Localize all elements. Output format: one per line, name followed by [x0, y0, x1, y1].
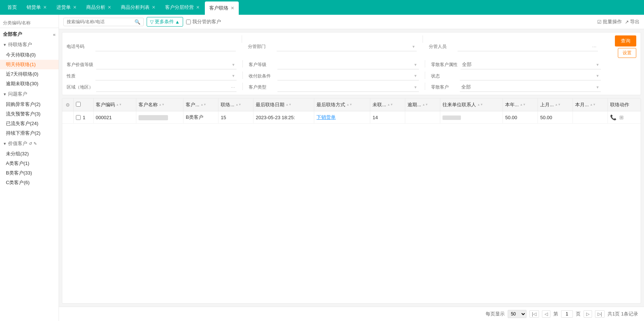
col-header-customer-type[interactable]: 客户...▲▼	[183, 99, 218, 111]
col-header-contact-person[interactable]: 往来单位联系人▲▼	[440, 99, 503, 111]
filter-row-1: 电话号码 分管部门 ▼ 分管人员 ···	[67, 35, 636, 58]
my-customers-checkbox-container[interactable]: 我分管的客户	[186, 18, 221, 25]
nav-close-icon[interactable]: ✕	[108, 5, 111, 10]
nav-customer-contact[interactable]: 客户联络 ✕	[205, 1, 239, 15]
nav-close-icon[interactable]: ✕	[196, 5, 200, 10]
phone-action-icon[interactable]: 📞	[610, 114, 616, 120]
filter-row-3: 性质 ▼ 收付款条件 ▼ 状态 ▼	[67, 72, 636, 80]
sort-icon: ▲▼	[159, 103, 165, 106]
sort-icon: ▲▼	[346, 103, 352, 106]
sidebar-item-churn-warning[interactable]: 流失预警客户(3)	[0, 109, 59, 119]
col-header-overdue[interactable]: 逾期...▲▼	[405, 99, 440, 111]
set-button[interactable]: 设置	[618, 48, 636, 58]
nav-home[interactable]: 首页	[3, 0, 21, 15]
nav-close-icon[interactable]: ✕	[152, 5, 155, 10]
refresh-icon[interactable]: ↺	[29, 141, 32, 146]
row-name	[136, 111, 183, 124]
row-last-contact-date: 2023-05-23 18:25:	[253, 111, 314, 124]
my-customers-checkbox[interactable]	[186, 20, 191, 24]
sidebar-item-tomorrow-pending[interactable]: 明天待联络(1)	[0, 60, 59, 69]
nav-customer-layering[interactable]: 客户分层经营 ✕	[161, 0, 204, 15]
last-page-button[interactable]: ▷|	[595, 310, 605, 318]
customer-grade-select[interactable]: ▼	[277, 61, 419, 69]
select-all-checkbox[interactable]	[76, 102, 81, 107]
search-input[interactable]	[67, 19, 133, 24]
region-select[interactable]: ···	[96, 83, 237, 92]
phone-input[interactable]	[95, 42, 236, 51]
sidebar-item-ungrouped[interactable]: 未分组(32)	[0, 149, 59, 159]
sidebar-item-repurchase-anomaly[interactable]: 回购异常客户(2)	[0, 100, 59, 109]
page-number-input[interactable]	[561, 310, 573, 318]
settings-col-header[interactable]: ⚙	[62, 99, 73, 111]
contact-method-link[interactable]: 下销货单	[316, 114, 336, 120]
nav-product-analysis-list[interactable]: 商品分析列表 ✕	[116, 0, 160, 15]
col-header-last-contact-method[interactable]: 最后联络方式▲▼	[314, 99, 370, 111]
customer-type-select[interactable]: ▼	[277, 83, 419, 92]
filter-customer-grade: 客户等级 ▼	[249, 60, 419, 69]
nav-sales-order[interactable]: 销货单 ✕	[22, 0, 51, 15]
col-header-code[interactable]: 客户编码▲▼	[93, 99, 136, 111]
nav-close-icon[interactable]: ✕	[43, 5, 47, 10]
row-contact-actions: 📞 ⊞	[608, 111, 641, 124]
row-contact-person	[440, 111, 503, 124]
filter-manager: 分管人员 ···	[429, 35, 598, 58]
sidebar-value-section: 价值客户 ↺ ✎	[0, 138, 59, 149]
col-header-last-month[interactable]: 上月...▲▼	[538, 99, 573, 111]
ellipsis-icon[interactable]: ···	[592, 44, 596, 49]
nav-close-icon[interactable]: ✕	[73, 5, 77, 10]
prev-page-button[interactable]: ◁	[542, 310, 550, 318]
sidebar-all-customers[interactable]: 全部客户 «	[0, 30, 59, 39]
customer-value-select[interactable]: ▼	[96, 61, 237, 69]
status-select[interactable]: ▼	[460, 72, 601, 80]
sidebar-collapse-icon[interactable]: «	[53, 32, 56, 37]
sidebar-item-today-pending[interactable]: 今天待联络(0)	[0, 50, 59, 60]
search-bar[interactable]: 🔍	[63, 18, 144, 26]
filter-region: 区域（地区） ···	[67, 83, 237, 92]
col-header-this-month[interactable]: 本月...▲▼	[573, 99, 608, 111]
dept-select[interactable]: ▼	[277, 42, 417, 51]
sidebar-item-class-a[interactable]: A类客户(1)	[0, 159, 59, 168]
sidebar-item-class-b[interactable]: B类客户(33)	[0, 168, 59, 178]
checkbox-col-header[interactable]	[73, 99, 93, 111]
phone-field[interactable]	[97, 44, 234, 49]
sidebar-item-churned[interactable]: 已流失客户(24)	[0, 119, 59, 128]
sidebar-pending-section: 待联络客户	[0, 39, 59, 50]
search-icon[interactable]: 🔍	[134, 19, 140, 25]
col-header-name[interactable]: 客户名称▲▼	[136, 99, 183, 111]
sidebar-item-overdue-pending[interactable]: 逾期未联络(30)	[0, 79, 59, 89]
sidebar-item-declining[interactable]: 持续下滑客户(2)	[0, 128, 59, 138]
per-page-select[interactable]: 10 20 50 100	[508, 310, 526, 318]
checkbox-icon: ☑	[597, 19, 602, 25]
batch-operation-button[interactable]: ☑ 批量操作	[597, 18, 622, 25]
nav-close-icon[interactable]: ✕	[231, 6, 234, 11]
query-button[interactable]: 查询	[615, 35, 636, 46]
nav-product-analysis[interactable]: 商品分析 ✕	[82, 0, 116, 15]
sidebar-search-input[interactable]	[3, 20, 58, 25]
first-page-button[interactable]: |◁	[529, 310, 539, 318]
retail-customer-select[interactable]: 全部▼	[460, 83, 601, 92]
sidebar-item-class-c[interactable]: C类客户(6)	[0, 178, 59, 187]
more-filter-button[interactable]: ▽ 更多条件 ▲	[147, 17, 183, 27]
edit-icon[interactable]: ✎	[34, 141, 37, 146]
sidebar-item-week-pending[interactable]: 近7天待联络(0)	[0, 69, 59, 79]
gender-select[interactable]: ▼	[95, 72, 237, 80]
manager-select[interactable]: ···	[458, 42, 598, 51]
col-header-uncontacted[interactable]: 未联...▲▼	[370, 99, 405, 111]
col-header-this-year[interactable]: 本年...▲▼	[503, 99, 538, 111]
retail-attr-select[interactable]: 全部▼	[461, 60, 601, 69]
export-button[interactable]: ↗ 导出	[625, 18, 640, 25]
sort-icon: ▲▼	[235, 103, 241, 106]
grid-action-icon[interactable]: ⊞	[619, 114, 624, 120]
filter-separator-7	[242, 83, 243, 90]
row-overdue	[405, 111, 440, 124]
row-checkbox[interactable]	[76, 115, 81, 120]
payment-select[interactable]: ▼	[277, 72, 419, 80]
filter-separator-4	[425, 60, 425, 68]
col-header-contact[interactable]: 联络...▲▼	[218, 99, 253, 111]
col-header-last-contact-date[interactable]: 最后联络日期▲▼	[253, 99, 314, 111]
sort-icon: ▲▼	[590, 103, 596, 106]
ellipsis-icon-2[interactable]: ···	[231, 84, 235, 90]
nav-purchase-order[interactable]: 进货单 ✕	[52, 0, 81, 15]
row-contact-count: 15	[218, 111, 253, 124]
next-page-button[interactable]: ▷	[584, 310, 592, 318]
